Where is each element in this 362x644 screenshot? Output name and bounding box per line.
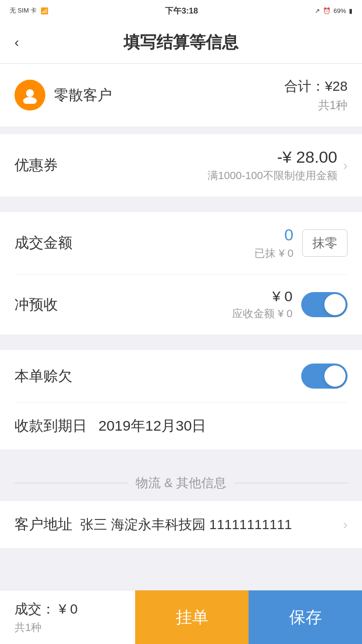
coupon-amount: -¥ 28.00 <box>208 148 337 167</box>
customer-row: 零散客户 合计：¥28 共1种 <box>0 64 362 126</box>
deal-amount-sub: 已抹 ¥ 0 <box>254 246 293 261</box>
customer-name: 零散客户 <box>54 85 112 105</box>
debit-label: 本单赊欠 <box>14 366 72 386</box>
debit-toggle-knob <box>324 365 346 387</box>
coupon-row[interactable]: 优惠券 -¥ 28.00 满1000-100不限制使用金额 › <box>0 134 362 196</box>
prepay-toggle[interactable] <box>301 292 348 317</box>
alarm-icon: ⏰ <box>323 7 331 14</box>
coupon-desc: 满1000-100不限制使用金额 <box>208 168 337 183</box>
deal-amount-row: 成交金额 0 已抹 ¥ 0 抹零 <box>0 212 362 274</box>
svg-point-0 <box>26 89 34 97</box>
prepay-label: 冲预收 <box>14 295 58 315</box>
debit-section: 本单赊欠 收款到期日 2019年12月30日 <box>0 350 362 449</box>
bottom-summary: 成交： ¥ 0 共1种 <box>0 590 135 644</box>
status-bar: 无 SIM 卡 📶 下午3:18 ↗ ⏰ 69% ▮ <box>0 0 362 21</box>
prepay-sub: 应收金额 ¥ 0 <box>232 307 292 321</box>
address-value: 张三 海淀永丰科技园 11111111111 <box>80 516 335 534</box>
address-row[interactable]: 客户地址 张三 海淀永丰科技园 11111111111 › <box>0 501 362 548</box>
coupon-info: -¥ 28.00 满1000-100不限制使用金额 <box>208 148 337 183</box>
deal-amount-value: 0 <box>254 225 293 244</box>
battery-level: 69% <box>334 7 346 14</box>
address-label: 客户地址 <box>14 515 72 534</box>
customer-avatar <box>14 80 45 111</box>
prepay-values: ¥ 0 应收金额 ¥ 0 <box>232 288 292 321</box>
logistics-header-text: 物流 & 其他信息 <box>136 475 226 491</box>
total-count: 共1种 <box>284 98 348 113</box>
bottom-summary-amount: 成交： ¥ 0 <box>14 600 121 618</box>
page-title: 填写结算等信息 <box>124 31 238 54</box>
round-off-button[interactable]: 抹零 <box>302 229 348 257</box>
logistics-header: 物流 & 其他信息 <box>0 465 362 501</box>
total-amount: 合计：¥28 <box>284 77 348 96</box>
status-right: ↗ ⏰ 69% ▮ <box>315 7 352 14</box>
debit-row: 本单赊欠 <box>0 350 362 402</box>
address-section: 客户地址 张三 海淀永丰科技园 11111111111 › <box>0 501 362 548</box>
back-button[interactable]: ‹ <box>14 35 19 50</box>
status-time: 下午3:18 <box>165 5 198 16</box>
battery-icon: ▮ <box>349 7 352 14</box>
duedate-row: 收款到期日 2019年12月30日 <box>0 403 362 449</box>
section-gap-2 <box>0 342 362 350</box>
coupon-label: 优惠券 <box>14 155 58 175</box>
customer-left: 零散客户 <box>14 80 112 111</box>
save-button[interactable]: 保存 <box>249 590 362 644</box>
coupon-section: 优惠券 -¥ 28.00 满1000-100不限制使用金额 › <box>0 134 362 196</box>
hold-button[interactable]: 挂单 <box>135 590 249 644</box>
duedate-label: 收款到期日 <box>14 416 87 436</box>
wifi-icon: 📶 <box>41 7 48 14</box>
content-area: 零散客户 合计：¥28 共1种 优惠券 -¥ 28.00 满1000-100不限… <box>0 64 362 614</box>
customer-right: 合计：¥28 共1种 <box>284 77 348 113</box>
nav-bar: ‹ 填写结算等信息 <box>0 21 362 64</box>
deal-amount-right: 0 已抹 ¥ 0 抹零 <box>82 225 348 261</box>
chevron-right-icon: › <box>343 158 348 173</box>
coupon-right: -¥ 28.00 满1000-100不限制使用金额 › <box>208 148 348 183</box>
bottom-bar: 成交： ¥ 0 共1种 挂单 保存 <box>0 590 362 644</box>
prepay-row: 冲预收 ¥ 0 应收金额 ¥ 0 <box>0 275 362 335</box>
customer-section: 零散客户 合计：¥28 共1种 <box>0 64 362 126</box>
prepay-main: ¥ 0 <box>232 288 292 305</box>
section-gap-3 <box>0 457 362 465</box>
prepay-right: ¥ 0 应收金额 ¥ 0 <box>232 288 348 321</box>
section-gap-1 <box>0 204 362 212</box>
toggle-knob <box>324 294 346 315</box>
deal-amount-label: 成交金额 <box>14 233 82 253</box>
deal-amount-values: 0 已抹 ¥ 0 <box>254 225 293 261</box>
debit-toggle[interactable] <box>301 364 348 389</box>
duedate-value: 2019年12月30日 <box>98 416 206 436</box>
sim-status: 无 SIM 卡 <box>10 6 37 15</box>
bottom-summary-count: 共1种 <box>14 620 121 635</box>
location-icon: ↗ <box>315 7 320 14</box>
deal-amount-section: 成交金额 0 已抹 ¥ 0 抹零 冲预收 ¥ 0 应收金额 ¥ 0 <box>0 212 362 335</box>
address-chevron-icon: › <box>343 517 348 532</box>
status-left: 无 SIM 卡 📶 <box>10 6 48 15</box>
svg-point-1 <box>23 97 37 104</box>
